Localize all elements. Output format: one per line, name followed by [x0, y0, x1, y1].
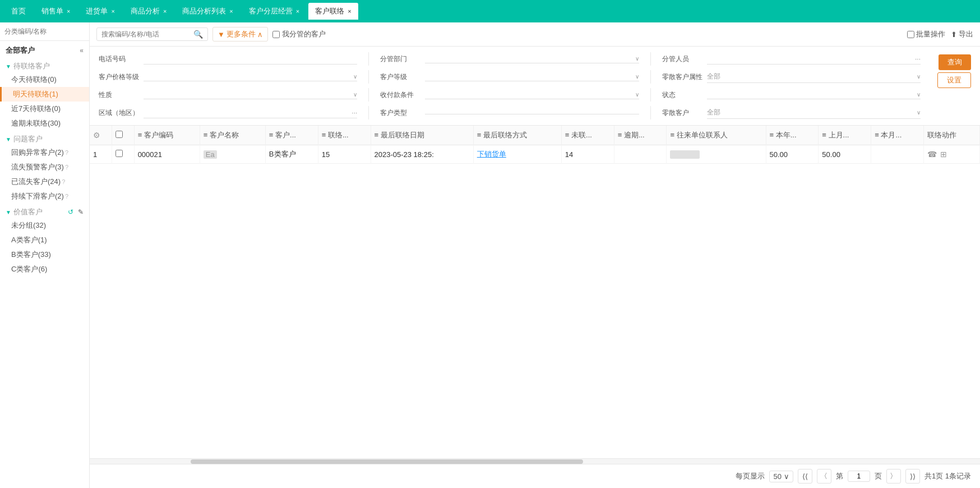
table-header-row: ⚙ ≡ 客户编码 ≡ 客户名称 ≡ 客户... ≡ 联络... ≡ 最后联络日期…: [90, 126, 980, 145]
pending-group-label: ▼ 待联络客户: [0, 58, 89, 72]
nav-product-analysis-list[interactable]: 商品分析列表 ×: [175, 3, 239, 20]
toolbar-right: 批量操作 ⬆ 导出: [907, 29, 973, 39]
phone-input[interactable]: [144, 54, 357, 65]
top-nav: 首页 销售单 × 进货单 × 商品分析 × 商品分析列表 × 客户分层经营 × …: [0, 0, 980, 22]
cell-last-contact-date: 2023-05-23 18:25:: [371, 145, 473, 164]
dept-select[interactable]: ∨: [425, 54, 639, 63]
region-select[interactable]: ···: [144, 108, 357, 118]
batch-operation-button[interactable]: 批量操作: [907, 29, 945, 39]
col-last-month: ≡ 上月...: [819, 126, 871, 145]
sidebar-item-a-class[interactable]: A类客户(1): [0, 233, 89, 247]
close-icon[interactable]: ×: [163, 8, 167, 15]
sidebar-item-ungrouped[interactable]: 未分组(32): [0, 218, 89, 233]
cell-uncontacted: 14: [561, 145, 614, 164]
search-button[interactable]: 🔍: [193, 30, 203, 39]
more-icon[interactable]: ···: [352, 109, 357, 117]
set-button[interactable]: 设置: [937, 72, 971, 88]
close-icon[interactable]: ×: [67, 8, 70, 15]
sidebar-item-tomorrow-pending[interactable]: 明天待联络(1): [0, 87, 89, 102]
prev-page-button[interactable]: 〈: [817, 469, 831, 484]
my-customers-check[interactable]: [272, 31, 280, 38]
filter-row-2: 客户价格等级 ∨ 客户等级 ∨: [99, 70, 921, 84]
horizontal-scrollbar[interactable]: [90, 458, 980, 464]
close-icon[interactable]: ×: [296, 8, 299, 15]
cell-this-year: 50.00: [766, 145, 819, 164]
help-icon[interactable]: ?: [65, 164, 68, 171]
first-page-button[interactable]: ⟨⟨: [798, 469, 812, 484]
sidebar-item-abnormal-repurchase[interactable]: 回购异常客户(2) ?: [0, 145, 89, 160]
close-icon[interactable]: ×: [229, 8, 233, 15]
col-sort-icon: ≡: [618, 131, 622, 139]
page-size-select[interactable]: 50 ∨: [769, 471, 793, 482]
sidebar-item-b-class[interactable]: B类客户(33): [0, 247, 89, 262]
last-contact-method-link[interactable]: 下销货单: [477, 150, 506, 158]
export-button[interactable]: ⬆ 导出: [951, 29, 973, 39]
sidebar-item-churned[interactable]: 已流失客户(24) ?: [0, 174, 89, 189]
help-icon[interactable]: ?: [65, 149, 68, 156]
nav-product-analysis[interactable]: 商品分析 ×: [124, 3, 173, 20]
col-sort-icon: ≡: [670, 131, 674, 139]
filter-row-4: 区域（地区） ··· 客户类型: [99, 106, 921, 119]
sidebar: 🔍 全部客户 « ▼ 待联络客户 今天待联络(0) 明天待联络(1) 近7天待联…: [0, 22, 90, 488]
more-icon[interactable]: ···: [915, 55, 921, 63]
chevron-down-icon: ∨: [353, 73, 357, 80]
price-level-select[interactable]: ∨: [144, 72, 357, 81]
col-company-contact: ≡ 往来单位联系人: [667, 126, 766, 145]
payment-select[interactable]: ∨: [425, 90, 639, 99]
chevron-down-icon: ∨: [635, 91, 639, 98]
retail-customer-select[interactable]: 全部 ∨: [707, 107, 921, 119]
customer-type-select[interactable]: [425, 112, 639, 114]
sidebar-item-overdue-pending[interactable]: 逾期未联络(30): [0, 116, 89, 131]
next-page-button[interactable]: 〉: [886, 469, 901, 484]
help-icon[interactable]: ?: [65, 193, 68, 200]
sidebar-item-7day-pending[interactable]: 近7天待联络(0): [0, 102, 89, 116]
refresh-icon[interactable]: ↺: [68, 208, 73, 216]
chevron-down-icon: ∨: [635, 73, 639, 80]
chevron-up-icon: ∧: [257, 30, 263, 39]
status-select[interactable]: ∨: [707, 90, 921, 99]
scrollbar-thumb[interactable]: [191, 459, 583, 464]
sidebar-item-c-class[interactable]: C类客户(6): [0, 262, 89, 277]
nav-customer-contact[interactable]: 客户联络 ×: [308, 3, 358, 20]
close-icon[interactable]: ×: [348, 8, 351, 15]
col-customer-name: ≡ 客户名称: [200, 126, 265, 145]
contact-icon[interactable]: ☎: [927, 150, 937, 159]
cell-company-contact: [667, 145, 766, 164]
nav-customer-layering[interactable]: 客户分层经营 ×: [242, 3, 306, 20]
triangle-icon: ▼: [6, 136, 11, 142]
content-area: 🔍 ▼ 更多条件 ∧ 我分管的客户 批量操作 ⬆ 导出: [90, 22, 980, 488]
query-button[interactable]: 查询: [939, 54, 971, 70]
sidebar-search-input[interactable]: [4, 27, 89, 35]
page-number-input[interactable]: [848, 471, 870, 482]
col-uncontacted: ≡ 未联...: [561, 126, 614, 145]
col-sort-icon: ≡: [269, 131, 274, 139]
edit-icon[interactable]: ✎: [78, 208, 84, 216]
nav-purchase-order[interactable]: 进货单 ×: [79, 3, 121, 20]
cell-action: ☎ ⊞: [924, 145, 980, 164]
my-customers-checkbox[interactable]: 我分管的客户: [272, 29, 326, 39]
customer-level-select[interactable]: ∨: [425, 72, 639, 81]
manager-select[interactable]: ···: [707, 54, 921, 65]
select-all-checkbox[interactable]: [115, 131, 123, 138]
collapse-icon[interactable]: «: [80, 47, 84, 54]
row-checkbox[interactable]: [115, 150, 123, 157]
gear-icon[interactable]: ⚙: [93, 131, 100, 140]
nav-sales-order[interactable]: 销售单 ×: [35, 3, 77, 20]
more-action-icon[interactable]: ⊞: [940, 150, 947, 159]
sidebar-item-today-pending[interactable]: 今天待联络(0): [0, 72, 89, 87]
retail-attr-select[interactable]: 全部 ∨: [707, 71, 921, 83]
batch-check[interactable]: [907, 31, 914, 38]
close-icon[interactable]: ×: [111, 8, 114, 15]
more-conditions-button[interactable]: ▼ 更多条件 ∧: [212, 27, 268, 42]
help-icon[interactable]: ?: [62, 178, 65, 185]
sidebar-item-churn-warning[interactable]: 流失预警客户(3) ?: [0, 160, 89, 174]
filter-status: 状态 ∨: [662, 90, 921, 100]
chevron-down-icon: ∨: [784, 472, 789, 481]
last-page-button[interactable]: ⟩⟩: [905, 469, 920, 484]
search-input[interactable]: [101, 30, 191, 38]
gender-select[interactable]: ∨: [144, 90, 357, 99]
chevron-down-icon: ∨: [917, 109, 921, 116]
sidebar-item-declining[interactable]: 持续下滑客户(2) ?: [0, 189, 89, 204]
nav-home[interactable]: 首页: [4, 3, 33, 20]
sidebar-search-area: 🔍: [0, 22, 89, 41]
